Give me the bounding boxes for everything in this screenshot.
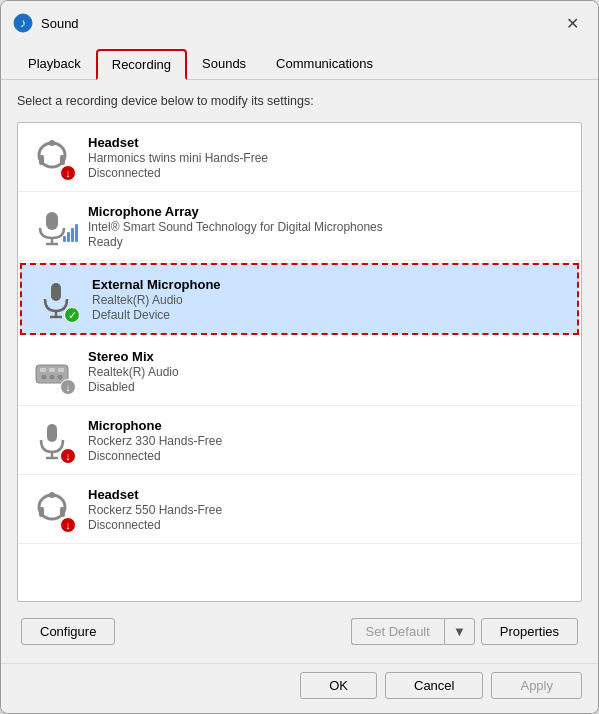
status-badge-headset2: ↓ xyxy=(60,517,76,533)
set-default-group: Set Default ▼ xyxy=(351,618,475,645)
status-badge-mic2: ↓ xyxy=(60,448,76,464)
svg-rect-23 xyxy=(39,507,44,517)
device-sub2-mix: Disabled xyxy=(88,380,571,394)
svg-text:♪: ♪ xyxy=(20,16,26,30)
svg-rect-9 xyxy=(51,283,61,301)
device-name-ext-mic: External Microphone xyxy=(92,277,567,292)
title-bar: ♪ Sound ✕ xyxy=(1,1,598,37)
section-subtitle: Select a recording device below to modif… xyxy=(17,94,582,108)
device-item-mic-array[interactable]: Microphone Array Intel® Smart Sound Tech… xyxy=(18,192,581,261)
tab-communications[interactable]: Communications xyxy=(261,49,388,80)
dialog-footer: OK Cancel Apply xyxy=(1,663,598,713)
svg-point-18 xyxy=(58,375,63,380)
device-icon-wrap-headset2: ↓ xyxy=(28,485,76,533)
device-info-mic2: Microphone Rockerz 330 Hands-Free Discon… xyxy=(88,418,571,463)
device-icon-wrap-array xyxy=(28,202,76,250)
device-sub1-mic2: Rockerz 330 Hands-Free xyxy=(88,434,571,448)
sound-dialog: ♪ Sound ✕ Playback Recording Sounds Comm… xyxy=(0,0,599,714)
device-name-array: Microphone Array xyxy=(88,204,571,219)
cancel-button[interactable]: Cancel xyxy=(385,672,483,699)
apply-button[interactable]: Apply xyxy=(491,672,582,699)
svg-rect-15 xyxy=(58,368,64,372)
main-content: Select a recording device below to modif… xyxy=(1,80,598,663)
svg-rect-19 xyxy=(47,424,57,442)
device-sub1-array: Intel® Smart Sound Technology for Digita… xyxy=(88,220,571,234)
device-sub1-ext-mic: Realtek(R) Audio xyxy=(92,293,567,307)
device-info-mix: Stereo Mix Realtek(R) Audio Disabled xyxy=(88,349,571,394)
ok-button[interactable]: OK xyxy=(300,672,377,699)
svg-point-17 xyxy=(50,375,55,380)
device-info-array: Microphone Array Intel® Smart Sound Tech… xyxy=(88,204,571,249)
device-info-headset: Headset Harmonics twins mini Hands-Free … xyxy=(88,135,571,180)
svg-rect-3 xyxy=(39,155,44,165)
device-sub2-ext-mic: Default Device xyxy=(92,308,567,322)
svg-point-25 xyxy=(49,492,55,498)
device-item-stereo-mix[interactable]: ↓ Stereo Mix Realtek(R) Audio Disabled xyxy=(18,337,581,406)
svg-rect-24 xyxy=(60,507,65,517)
properties-button[interactable]: Properties xyxy=(481,618,578,645)
device-item-microphone[interactable]: ↓ Microphone Rockerz 330 Hands-Free Disc… xyxy=(18,406,581,475)
svg-point-5 xyxy=(49,140,55,146)
title-bar-left: ♪ Sound xyxy=(13,13,79,33)
tab-bar: Playback Recording Sounds Communications xyxy=(1,41,598,80)
device-sub1-headset2: Rockerz 550 Hands-Free xyxy=(88,503,571,517)
device-info-headset2: Headset Rockerz 550 Hands-Free Disconnec… xyxy=(88,487,571,532)
device-name-headset: Headset xyxy=(88,135,571,150)
svg-rect-13 xyxy=(40,368,46,372)
tab-playback[interactable]: Playback xyxy=(13,49,96,80)
status-badge-mix: ↓ xyxy=(60,379,76,395)
svg-rect-4 xyxy=(60,155,65,165)
device-list[interactable]: ↓ Headset Harmonics twins mini Hands-Fre… xyxy=(18,123,581,601)
device-info-ext-mic: External Microphone Realtek(R) Audio Def… xyxy=(92,277,567,322)
device-sub2-array: Ready xyxy=(88,235,571,249)
device-buttons: Configure Set Default ▼ Properties xyxy=(17,612,582,653)
device-name-mic2: Microphone xyxy=(88,418,571,433)
tab-sounds[interactable]: Sounds xyxy=(187,49,261,80)
configure-button[interactable]: Configure xyxy=(21,618,115,645)
device-sub2-headset2: Disconnected xyxy=(88,518,571,532)
device-name-headset2: Headset xyxy=(88,487,571,502)
device-name-mix: Stereo Mix xyxy=(88,349,571,364)
svg-point-16 xyxy=(42,375,47,380)
device-sub2-mic2: Disconnected xyxy=(88,449,571,463)
device-sub2-headset: Disconnected xyxy=(88,166,571,180)
device-sub1-mix: Realtek(R) Audio xyxy=(88,365,571,379)
device-sub1-headset: Harmonics twins mini Hands-Free xyxy=(88,151,571,165)
device-list-container: ↓ Headset Harmonics twins mini Hands-Fre… xyxy=(17,122,582,602)
svg-rect-6 xyxy=(46,212,58,230)
sound-icon: ♪ xyxy=(13,13,33,33)
dialog-title: Sound xyxy=(41,16,79,31)
device-icon-wrap-mic2: ↓ xyxy=(28,416,76,464)
set-default-dropdown[interactable]: ▼ xyxy=(444,618,475,645)
device-icon-wrap-mix: ↓ xyxy=(28,347,76,395)
device-item-ext-mic[interactable]: ✓ External Microphone Realtek(R) Audio D… xyxy=(20,263,579,335)
device-item-headset[interactable]: ↓ Headset Harmonics twins mini Hands-Fre… xyxy=(18,123,581,192)
tab-recording[interactable]: Recording xyxy=(96,49,187,80)
status-badge-headset: ↓ xyxy=(60,165,76,181)
device-item-headset2[interactable]: ↓ Headset Rockerz 550 Hands-Free Disconn… xyxy=(18,475,581,544)
status-badge-ext-mic: ✓ xyxy=(64,307,80,323)
device-icon-wrap-headset: ↓ xyxy=(28,133,76,181)
close-button[interactable]: ✕ xyxy=(558,9,586,37)
device-icon-wrap-ext-mic: ✓ xyxy=(32,275,80,323)
svg-rect-14 xyxy=(49,368,55,372)
set-default-button[interactable]: Set Default xyxy=(351,618,444,645)
